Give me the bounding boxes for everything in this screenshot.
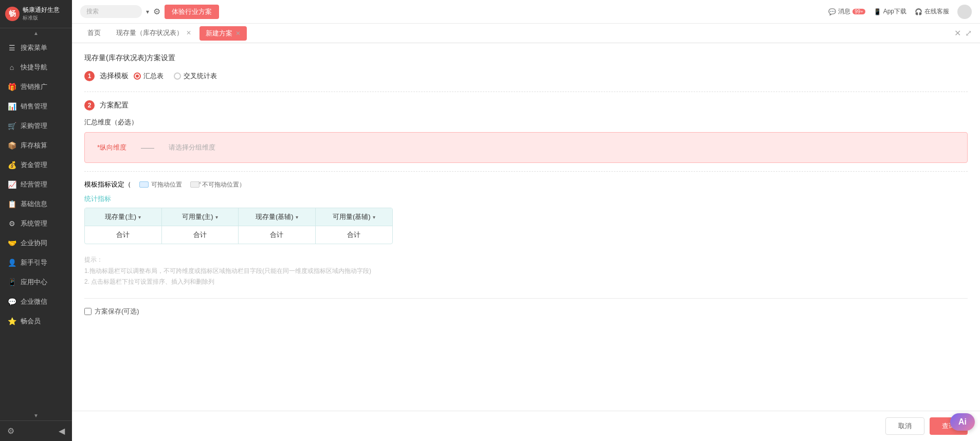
stats-label: 统计指标	[84, 194, 968, 204]
stats-header-row: 现存量(主) ▾ 可用量(主) ▾ 现存量(基辅) ▾	[85, 208, 392, 226]
topbar-search: 搜索	[80, 5, 142, 18]
topbar-dropdown-icon[interactable]: ▾	[146, 8, 149, 15]
radio-summary-dot	[134, 72, 141, 80]
stats-data-col-4: 合计	[316, 226, 393, 244]
topbar-settings-icon[interactable]: ⚙	[153, 7, 160, 16]
app-download-button[interactable]: 📱 App下载	[874, 7, 906, 16]
sidebar-item-finance[interactable]: 💰 资金管理	[0, 155, 72, 175]
cancel-button[interactable]: 取消	[885, 417, 924, 435]
stats-table: 现存量(主) ▾ 可用量(主) ▾ 现存量(基辅) ▾	[84, 208, 393, 244]
section2-title: 方案配置	[100, 101, 129, 110]
collapse-icon[interactable]: ◀	[59, 426, 65, 436]
gift-icon: 🎁	[7, 82, 16, 91]
tip-1: 1.拖动标题栏可以调整布局，不可跨维度或指标区域拖动栏目字段(只能在同一维度或指…	[84, 266, 968, 277]
sidebar-item-basic-info[interactable]: 📋 基础信息	[0, 194, 72, 214]
tab-new-plan[interactable]: 新建方案 ✕	[199, 26, 247, 41]
logo-icon: 畅	[5, 7, 20, 21]
sidebar-scroll-down[interactable]: ▼	[0, 411, 72, 420]
tab-inventory-status[interactable]: 现存量（库存状况表） ✕	[109, 25, 198, 42]
main-area: 搜索 ▾ ⚙ 体验行业方案 💬 消息 99+ 📱 App下载 🎧 在线客服	[72, 0, 980, 441]
close-panel-icon[interactable]: ✕	[954, 28, 961, 38]
topbar-left: 搜索 ▾ ⚙ 体验行业方案	[80, 5, 823, 19]
footer: 取消 查询	[72, 411, 980, 441]
user-guide-icon: 👤	[7, 258, 16, 267]
sidebar-item-member[interactable]: ⭐ 畅会员	[0, 311, 72, 331]
topbar-right: 💬 消息 99+ 📱 App下载 🎧 在线客服	[828, 5, 972, 19]
sidebar-item-marketing[interactable]: 🎁 营销推广	[0, 77, 72, 97]
sidebar-menu: ☰ 搜索菜单 ⌂ 快捷导航 🎁 营销推广 📊 销售管理 🛒 采购管理 📦 库存核…	[0, 38, 72, 411]
message-badge: 99+	[852, 9, 865, 14]
tip-2: 2. 点击标题栏下拉可设置排序、插入列和删除列	[84, 277, 968, 288]
sidebar-item-guide[interactable]: 👤 新手引导	[0, 253, 72, 272]
sidebar-item-search[interactable]: ☰ 搜索菜单	[0, 38, 72, 58]
col3-chevron: ▾	[296, 214, 298, 220]
ai-float-button[interactable]: Ai	[950, 413, 975, 431]
sidebar-item-app-center[interactable]: 📱 应用中心	[0, 272, 72, 292]
tips-section: 提示： 1.拖动标题栏可以调整布局，不可跨维度或指标区域拖动栏目字段(只能在同一…	[84, 254, 968, 288]
message-icon: 💬	[828, 8, 836, 15]
section2-header: 2 方案配置	[84, 100, 968, 111]
sidebar-item-wechat[interactable]: 💬 企业微信	[0, 292, 72, 311]
content-inner: 现存量(库存状况表)方案设置 1 选择模板 汇总表	[72, 43, 980, 411]
app-logo: 畅 畅康通好生意 标准版	[0, 0, 72, 28]
stats-data-row: 合计 合计 合计 合计	[85, 226, 392, 244]
radio-cross-table[interactable]: 交叉统计表	[174, 71, 217, 81]
drag-indicator: 可拖动位置	[139, 180, 182, 189]
settings-bottom-icon[interactable]: ⚙	[7, 426, 14, 436]
stats-data-col-2: 合计	[162, 226, 239, 244]
radio-summary-table[interactable]: 汇总表	[134, 71, 164, 81]
search-menu-icon: ☰	[7, 43, 16, 52]
user-avatar[interactable]	[957, 5, 972, 19]
sidebar-item-purchase[interactable]: 🛒 采购管理	[0, 116, 72, 136]
box-icon: 📦	[7, 141, 16, 150]
sidebar-scroll-up[interactable]: ▲	[0, 28, 72, 38]
chart-icon: 📊	[7, 102, 16, 111]
star-icon: ⭐	[7, 317, 16, 326]
sidebar-item-system[interactable]: ⚙ 系统管理	[0, 214, 72, 233]
expand-icon[interactable]: ⤢	[965, 28, 972, 38]
save-option: 方案保存(可选)	[84, 298, 968, 316]
tab-bar: 首页 现存量（库存状况表） ✕ 新建方案 ✕ ✕ ⤢	[72, 24, 980, 43]
section2-number: 2	[84, 100, 95, 111]
stats-header-col-2[interactable]: 可用量(主) ▾	[162, 208, 239, 226]
dimension-box: *纵向维度 —— 请选择分组维度	[84, 132, 968, 163]
info-icon: 📋	[7, 199, 16, 209]
app-icon: 📱	[7, 278, 16, 287]
online-service-button[interactable]: 🎧 在线客服	[915, 7, 949, 16]
tab-home[interactable]: 首页	[80, 25, 108, 42]
divider-1	[84, 91, 968, 92]
stats-header-col-4[interactable]: 可用量(基辅) ▾	[316, 208, 393, 226]
col1-chevron: ▾	[138, 214, 141, 220]
stats-data-col-3: 合计	[239, 226, 316, 244]
sidebar-item-enterprise[interactable]: 🤝 企业协同	[0, 233, 72, 253]
no-drag-indicator: 不可拖动位置）	[190, 180, 245, 189]
section-select-template: 1 选择模板 汇总表 交叉统计表	[84, 71, 968, 81]
sidebar: 畅 畅康通好生意 标准版 ▲ ☰ 搜索菜单 ⌂ 快捷导航 🎁 营销推广 📊 销售…	[0, 0, 72, 441]
sidebar-item-shortcuts[interactable]: ⌂ 快捷导航	[0, 58, 72, 77]
phone-icon: 📱	[874, 8, 881, 15]
sidebar-item-management[interactable]: 📈 经营管理	[0, 175, 72, 194]
system-icon: ⚙	[7, 219, 16, 228]
dimension-required-text: *纵向维度	[97, 143, 126, 152]
messages-button[interactable]: 💬 消息 99+	[828, 7, 865, 16]
indicators-header: 模板指标设定（ 可拖动位置 不可拖动位置）	[84, 180, 968, 189]
save-checkbox[interactable]	[84, 308, 92, 315]
wechat-icon: 💬	[7, 297, 16, 306]
stats-header-col-1[interactable]: 现存量(主) ▾	[85, 208, 162, 226]
tab-close-inventory[interactable]: ✕	[186, 29, 191, 36]
radio-cross-dot	[174, 72, 181, 80]
logo-text: 畅康通好生意 标准版	[23, 6, 60, 22]
content-area: 现存量(库存状况表)方案设置 1 选择模板 汇总表	[72, 43, 980, 411]
stats-section: 统计指标 现存量(主) ▾ 可用量(主) ▾	[84, 194, 968, 244]
stats-data-col-1: 合计	[85, 226, 162, 244]
required-label: 汇总维度（必选）	[84, 118, 968, 127]
sidebar-item-inventory[interactable]: 📦 库存核算	[0, 136, 72, 155]
headset-icon: 🎧	[915, 8, 922, 15]
sidebar-item-sales[interactable]: 📊 销售管理	[0, 97, 72, 116]
trial-industry-button[interactable]: 体验行业方案	[165, 5, 219, 19]
drag-box	[139, 181, 149, 188]
col2-chevron: ▾	[215, 214, 218, 220]
dimension-dash: ——	[141, 144, 154, 152]
tab-close-new-plan[interactable]: ✕	[235, 30, 241, 37]
stats-header-col-3[interactable]: 现存量(基辅) ▾	[239, 208, 316, 226]
